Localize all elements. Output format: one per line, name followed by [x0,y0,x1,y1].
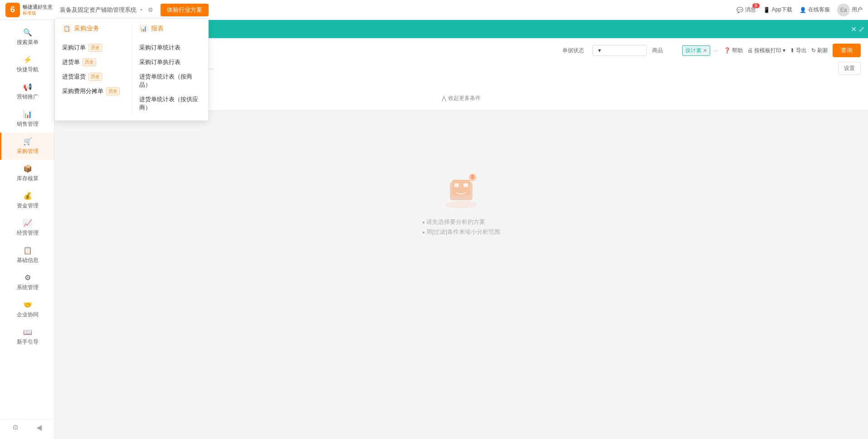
sidebar-item-enterprise[interactable]: 🤝 企业协同 [0,296,54,323]
purchase-icon: 🛒 [23,137,32,146]
refresh-label: 刷新 [817,47,828,54]
svg-rect-2 [452,180,470,196]
sidebar-settings-btn[interactable]: ⚙ [12,423,19,432]
dropdown-item-receipt[interactable]: 进货单 历史 [62,55,124,69]
dropdown-item-return[interactable]: 进货退货 历史 [62,69,124,84]
settings-sm-btn[interactable]: 设置 [838,62,861,75]
salesman-more-btn[interactable]: ··· [209,65,214,72]
print-btn[interactable]: 🖨 按模板打印 ▾ [747,47,785,54]
status-select-arrow: ▾ [598,47,601,54]
status-label: 单据状态 [562,47,590,54]
product-label: 商品 [652,47,679,54]
sidebar-label-search: 搜索菜单 [17,39,39,46]
status-filter-area: 单据状态 ▾ [562,45,647,56]
svg-rect-6 [471,174,474,179]
product-tag-value: 设计素 [685,47,702,54]
dropdown-item-po[interactable]: 采购订单 历史 [62,40,124,55]
sidebar-bottom: ⚙ ◀ [0,419,54,435]
dropdown-item-po-stat[interactable]: 采购订单统计表 [139,40,201,55]
action-toolbar: ❓ 帮助 🖨 按模板打印 ▾ ⬆ 导出 ↻ [724,44,861,57]
print-label: 按模板打印 [754,47,781,54]
return-label: 进货退货 [62,73,86,81]
sidebar-item-basic-info[interactable]: 📋 基础信息 [0,242,54,269]
inventory-icon: 📦 [23,164,32,173]
user-btn[interactable]: Ea 用户 [837,4,863,16]
header-title-area: 装备及固定资产辅助管理系统 ▾ ⚙ 体验行业方案 [60,4,736,16]
sidebar-label-inventory: 库存核算 [17,175,39,183]
logo-area: 6 畅捷通好生意 标准版 [5,3,60,17]
sidebar-collapse-btn[interactable]: ◀ [36,423,42,432]
logo-icon: 6 [5,3,20,17]
dropdown-item-receipt-supplier[interactable]: 进货单统计表（按供应商） [139,92,201,115]
header-right: 💬 消息 9 📱 App下载 👤 在线客服 Ea 用户 [736,4,863,16]
tab-expand-btn[interactable]: ⤢ [858,25,864,34]
sidebar-item-inventory[interactable]: 📦 库存核算 [0,160,54,187]
refresh-btn[interactable]: ↻ 刷新 [811,47,828,54]
logo-text: 畅捷通好生意 标准版 [23,4,53,16]
export-label: 导出 [796,47,807,54]
po-exec-label: 采购订单执行表 [139,58,180,66]
status-select[interactable]: ▾ [592,45,647,56]
sidebar-label-quicknav: 快捷导航 [17,66,39,74]
dropdown-col-report: 📊 报表 采购订单统计表 采购订单执行表 进货单统计表（按商品） 进货单统计表（… [132,24,209,115]
sidebar-item-marketing[interactable]: 📢 营销推广 [0,78,54,105]
product-tag-remove[interactable]: ✕ [703,48,707,54]
dropdown-col-report-title: 📊 报表 [139,24,201,36]
po-hist-badge: 历史 [88,44,102,52]
notification-btn[interactable]: 💬 消息 9 [736,6,756,14]
up-arrow-icon: ⋀ [442,95,446,102]
sales-icon: 📊 [23,110,32,118]
enterprise-icon: 🤝 [23,301,32,309]
sidebar-item-finance[interactable]: 💰 资金管理 [0,187,54,214]
export-btn[interactable]: ⬆ 导出 [790,47,807,54]
industry-btn[interactable]: 体验行业方案 [161,4,209,16]
sidebar-item-system[interactable]: ⚙ 系统管理 [0,269,54,296]
query-btn[interactable]: 查询 [833,44,861,57]
tab-close-all-btn[interactable]: ✕ [851,25,857,34]
top-header: 6 畅捷通好生意 标准版 装备及固定资产辅助管理系统 ▾ ⚙ 体验行业方案 💬 … [0,0,868,20]
logo-line1: 畅捷通好生意 [23,4,53,10]
sidebar-label-guide: 新手引导 [17,338,39,346]
export-icon: ⬆ [790,47,795,54]
sidebar-label-system: 系统管理 [17,284,39,291]
po-stat-label: 采购订单统计表 [139,44,180,52]
expense-hist-badge: 历史 [106,87,120,95]
sidebar-label-operations: 经营管理 [17,229,39,237]
dropdown-item-receipt-product[interactable]: 进货单统计表（按商品） [139,69,201,92]
sys-dropdown-arrow[interactable]: ▾ [140,7,142,12]
online-service-btn[interactable]: 👤 在线客服 [800,6,830,14]
sidebar-label-sales: 销售管理 [17,120,39,128]
service-icon: 👤 [800,7,806,13]
help-btn[interactable]: ❓ 帮助 [724,47,743,54]
system-icon: ⚙ [24,273,31,282]
empty-tip-2: 用[过滤]条件来缩小分析范围 [422,227,500,237]
receipt-label: 进货单 [62,58,80,66]
sidebar-label-enterprise: 企业协同 [17,311,39,319]
user-label: 用户 [852,6,863,14]
return-hist-badge: 历史 [88,73,102,81]
logo-line2: 标准版 [23,10,53,16]
empty-state: 请先选择要分析的方案 用[过滤]条件来缩小分析范围 [54,111,868,292]
sidebar-item-purchase[interactable]: 🛒 采购管理 [0,133,54,160]
empty-tip-1: 请先选择要分析的方案 [422,217,500,227]
dropdown-item-expense[interactable]: 采购费用分摊单 历史 [62,84,124,99]
print-arrow: ▾ [783,47,785,54]
product-more-btn[interactable]: ··· [713,47,718,54]
po-label: 采购订单 [62,44,86,52]
header-settings-icon[interactable]: ⚙ [148,6,153,13]
dropdown-item-po-exec[interactable]: 采购订单执行表 [139,55,201,69]
expense-label: 采购费用分摊单 [62,87,103,95]
dropdown-col-business-title: 📋 采购业务 [62,24,124,36]
sidebar-label-basicinfo: 基础信息 [17,256,39,264]
help-icon: ❓ [724,47,731,54]
sidebar-item-operations[interactable]: 📈 经营管理 [0,214,54,242]
sys-name: 装备及固定资产辅助管理系统 [60,6,137,14]
report-col-icon: 📊 [139,24,148,33]
sidebar: 🔍 搜索菜单 ⚡ 快捷导航 📢 营销推广 📊 销售管理 🛒 采购管理 📦 库存核… [0,20,54,439]
app-download-btn[interactable]: 📱 App下载 [763,6,792,14]
sidebar-item-sales[interactable]: 📊 销售管理 [0,105,54,133]
sidebar-item-guide[interactable]: 📖 新手引导 [0,323,54,350]
report-col-label: 报表 [151,25,164,33]
sidebar-item-search[interactable]: 🔍 搜索菜单 [0,24,54,51]
sidebar-item-quicknav[interactable]: ⚡ 快捷导航 [0,51,54,78]
